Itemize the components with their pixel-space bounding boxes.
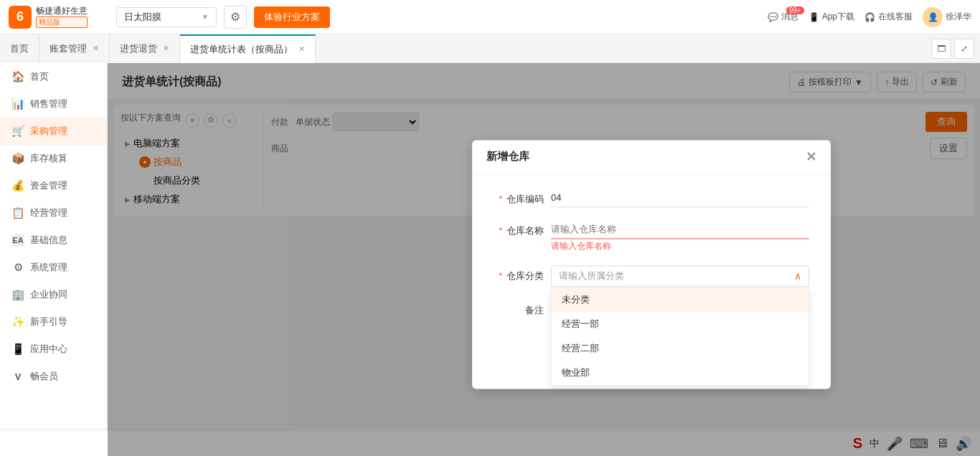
sales-icon: 📊	[11, 98, 24, 110]
sidebar-item-vip[interactable]: V 畅会员	[0, 363, 107, 390]
tab-home[interactable]: 首页	[0, 34, 39, 63]
name-error-msg: 请输入仓库名称	[551, 240, 809, 252]
tab-restore-button[interactable]: 🗖	[931, 39, 951, 59]
form-row-category: * 仓库分类 请输入所属分类 ∧ 未分类 经营一部 经营二部 物业部	[494, 265, 809, 287]
online-service-label: 在线客服	[878, 11, 913, 23]
header-right: 💬 消息 99+ 📱 App下载 🎧 在线客服 👤 徐泽华	[768, 7, 971, 27]
sidebar-purchase-label: 采购管理	[30, 125, 67, 138]
operation-icon: 📋	[11, 206, 24, 219]
app-center-icon: 📱	[11, 343, 24, 356]
sidebar-guide-label: 新手引导	[30, 315, 67, 328]
notification-badge: 99+	[786, 6, 804, 14]
tab-purchase-return[interactable]: 进货退货 ✕	[110, 34, 180, 63]
brand-badge: 精品版	[36, 16, 88, 28]
trial-button[interactable]: 体验行业方案	[254, 6, 330, 28]
modal-close-button[interactable]: ✕	[806, 151, 816, 163]
tab-account-close[interactable]: ✕	[93, 44, 99, 53]
dropdown-option-3[interactable]: 物业部	[552, 361, 809, 385]
sidebar-system-label: 系统管理	[30, 261, 67, 274]
top-header: 6 畅捷通好生意 精品版 日太阳膜 ▼ ⚙ 体验行业方案 💬 消息 99+ 📱 …	[0, 0, 980, 34]
category-field-wrap: 请输入所属分类 ∧ 未分类 经营一部 经营二部 物业部	[551, 265, 809, 287]
code-required-mark: *	[499, 194, 502, 204]
code-field-wrap	[551, 189, 809, 207]
store-selector[interactable]: 日太阳膜 ▼	[116, 7, 217, 27]
tab-account-label: 账套管理	[50, 42, 87, 55]
sidebar-item-operation[interactable]: 📋 经营管理	[0, 199, 107, 227]
sidebar-item-system[interactable]: ⚙ 系统管理	[0, 254, 107, 281]
sidebar-vip-label: 畅会员	[30, 370, 58, 383]
app-logo-icon: 6	[9, 6, 32, 29]
sidebar-item-home[interactable]: 🏠 首页	[0, 63, 107, 90]
system-icon: ⚙	[11, 261, 24, 274]
category-required-mark: *	[499, 270, 502, 281]
basic-info-icon: EA	[11, 234, 24, 247]
app-download-icon: 📱	[809, 12, 819, 22]
header-center: 日太阳膜 ▼ ⚙ 体验行业方案	[116, 6, 768, 29]
sidebar-enterprise-label: 企业协同	[30, 288, 67, 301]
user-name: 徐泽华	[946, 11, 971, 23]
tab-purchase-stats-label: 进货单统计表（按商品）	[190, 43, 293, 56]
dropdown-option-1[interactable]: 经营一部	[552, 312, 809, 336]
sidebar-basic-info-label: 基础信息	[30, 234, 67, 247]
user-avatar: 👤	[923, 7, 943, 27]
sidebar-item-purchase[interactable]: 🛒 采购管理	[0, 118, 107, 145]
name-required-mark: *	[499, 225, 502, 236]
sidebar-item-basic-info[interactable]: EA 基础信息	[0, 227, 107, 254]
sidebar-home-label: 首页	[30, 70, 49, 83]
tab-purchase-stats[interactable]: 进货单统计表（按商品） ✕	[180, 34, 316, 63]
enterprise-icon: 🏢	[11, 288, 24, 301]
category-arrow-icon: ∧	[794, 270, 801, 282]
logo-area: 6 畅捷通好生意 精品版	[9, 6, 116, 29]
main-layout: 🏠 首页 📊 销售管理 🛒 采购管理 📦 库存核算 💰 资金管理 📋 经营管理 …	[0, 63, 980, 456]
headset-icon: 🎧	[864, 12, 875, 22]
tab-fullscreen-button[interactable]: ⤢	[954, 39, 974, 59]
name-label: * 仓库名称	[494, 220, 544, 237]
modal-new-warehouse: 新增仓库 ✕ * 仓库编码 *	[472, 140, 831, 389]
name-field-wrap: 请输入仓库名称	[551, 220, 809, 252]
sidebar-item-enterprise[interactable]: 🏢 企业协同	[0, 281, 107, 308]
form-row-name: * 仓库名称 请输入仓库名称	[494, 220, 809, 252]
category-label: * 仓库分类	[494, 265, 544, 282]
dropdown-option-2[interactable]: 经营二部	[552, 336, 809, 361]
app-download-button[interactable]: 📱 App下载	[809, 11, 854, 23]
sidebar-sales-label: 销售管理	[30, 98, 67, 110]
chevron-down-icon: ▼	[202, 13, 209, 21]
inventory-icon: 📦	[11, 152, 24, 165]
sidebar-item-sales[interactable]: 📊 销售管理	[0, 90, 107, 118]
code-input[interactable]	[551, 189, 809, 207]
form-row-code: * 仓库编码	[494, 189, 809, 207]
settings-button[interactable]: ⚙	[224, 6, 247, 29]
modal-body: * 仓库编码 * 仓库名称 请输入仓库名称	[472, 174, 831, 346]
home-icon: 🏠	[11, 70, 24, 83]
sidebar-item-inventory[interactable]: 📦 库存核算	[0, 145, 107, 172]
online-service-button[interactable]: 🎧 在线客服	[864, 11, 913, 23]
store-name: 日太阳膜	[124, 11, 161, 24]
brand-name: 畅捷通好生意	[36, 6, 88, 17]
sidebar-finance-label: 资金管理	[30, 179, 67, 192]
dropdown-option-0[interactable]: 未分类	[552, 288, 809, 312]
sidebar-item-finance[interactable]: 💰 资金管理	[0, 172, 107, 199]
code-label: * 仓库编码	[494, 189, 544, 206]
tab-account[interactable]: 账套管理 ✕	[39, 34, 110, 63]
tab-actions: 🗖 ⤢	[931, 39, 980, 59]
tab-bar: 首页 账套管理 ✕ 进货退货 ✕ 进货单统计表（按商品） ✕ 🗖 ⤢	[0, 34, 980, 63]
name-input[interactable]	[551, 220, 809, 239]
tab-purchase-return-label: 进货退货	[120, 42, 157, 55]
content-area: 进货单统计(按商品) 🖨 按模板打印 ▼ ↑ 导出 ↺ 刷新	[108, 63, 980, 456]
category-placeholder: 请输入所属分类	[559, 270, 624, 282]
guide-icon: ✨	[11, 315, 24, 328]
tab-home-label: 首页	[10, 42, 29, 55]
user-menu[interactable]: 👤 徐泽华	[923, 7, 971, 27]
sidebar-app-center-label: 应用中心	[30, 343, 67, 356]
modal-header: 新增仓库 ✕	[472, 140, 831, 174]
sidebar-item-app-center[interactable]: 📱 应用中心	[0, 336, 107, 363]
vip-icon: V	[11, 370, 24, 383]
message-button[interactable]: 💬 消息 99+	[768, 11, 798, 23]
category-selector[interactable]: 请输入所属分类 ∧	[551, 265, 809, 287]
message-icon: 💬	[768, 12, 778, 22]
app-download-label: App下载	[822, 11, 854, 23]
tab-purchase-return-close[interactable]: ✕	[163, 44, 169, 53]
notes-label: 备注	[494, 300, 544, 317]
sidebar-item-guide[interactable]: ✨ 新手引导	[0, 308, 107, 336]
tab-purchase-stats-close[interactable]: ✕	[298, 44, 305, 54]
